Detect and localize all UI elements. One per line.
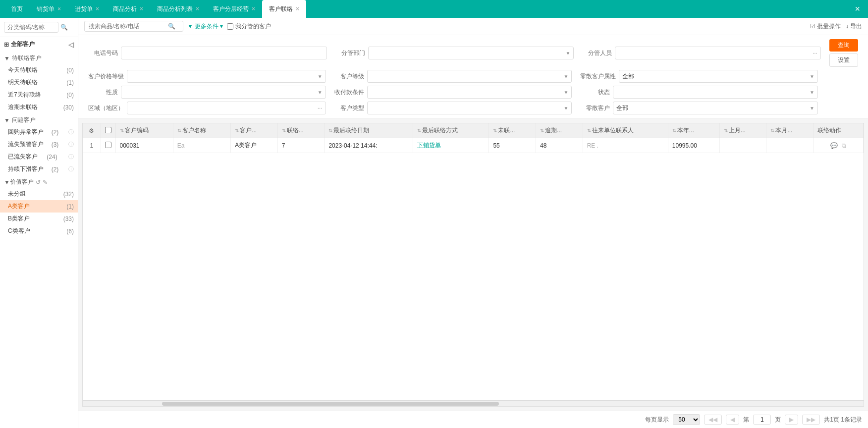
region-select[interactable]: ··· — [127, 102, 326, 114]
table-row: 1 000031 Ea A类客户 7 2023-04-12 14:44: 下销货… — [83, 138, 864, 153]
sidebar-item-today-pending[interactable]: 今天待联络(0) — [0, 64, 78, 76]
sidebar-item-7days-pending[interactable]: 近7天待联络(0) — [0, 89, 78, 101]
page-input[interactable] — [753, 415, 771, 425]
retail-attr-select[interactable]: 全部 ▼ — [619, 70, 818, 83]
close-customer-contact[interactable]: × — [296, 5, 299, 12]
row-this-year: 10995.00 — [668, 138, 719, 153]
filter-search-input[interactable] — [89, 23, 168, 30]
filter-row-4: 区域（地区） ··· 客户类型 ▼ 零散客户 全部 ▼ — [84, 102, 862, 114]
filter-cell-payment: 收付款条件 ▼ — [330, 86, 577, 99]
info-icon-churn-warning: ⓘ — [68, 141, 74, 148]
col-header-not-contacted: ⇅未联... — [489, 123, 536, 138]
filter-search-icon[interactable]: 🔍 — [168, 23, 175, 30]
filter-cell-dept: 分管部门 ▼ — [331, 47, 579, 59]
price-level-select[interactable]: ▼ — [127, 70, 326, 83]
horizontal-scrollbar[interactable] — [83, 400, 864, 406]
phone-input[interactable] — [121, 47, 327, 59]
next-page-btn[interactable]: ▶ — [785, 415, 798, 425]
sidebar-item-class-c[interactable]: C类客户(6) — [0, 225, 78, 237]
status-select[interactable]: ▼ — [613, 86, 818, 99]
sidebar-search-input[interactable] — [4, 22, 58, 33]
edit-icon[interactable]: ✎ — [43, 179, 48, 186]
nav-close-all[interactable]: × — [851, 4, 864, 14]
sidebar-item-tomorrow-pending[interactable]: 明天待联络(1) — [0, 76, 78, 89]
nav-sales-order[interactable]: 销货单 × — [30, 0, 68, 18]
sidebar-item-churned[interactable]: 已流失客户(24)ⓘ — [0, 151, 78, 163]
row-name: Ea — [173, 138, 230, 153]
filter-bar-right: ☑ 批量操作 ↓ 导出 — [810, 22, 862, 31]
last-method-link[interactable]: 下销货单 — [417, 142, 441, 149]
close-purchase-order[interactable]: × — [96, 5, 99, 12]
nav-home[interactable]: 首页 — [4, 0, 30, 18]
batch-op-btn[interactable]: ☑ 批量操作 — [810, 22, 841, 31]
row-last-method: 下销货单 — [413, 138, 489, 153]
sidebar-item-declining[interactable]: 持续下滑客户(2)ⓘ — [0, 163, 78, 175]
settings-button[interactable]: 设置 — [829, 54, 858, 67]
nav-purchase-order[interactable]: 进货单 × — [68, 0, 106, 18]
export-btn[interactable]: ↓ 导出 — [846, 22, 862, 31]
nav-product-analysis[interactable]: 商品分析 × — [106, 0, 150, 18]
action-icon-chat[interactable]: 💬 — [830, 142, 838, 149]
page-size-select[interactable]: 50 100 200 — [673, 414, 700, 425]
customer-table: ⚙ ⇅客户编码 ⇅客户名称 ⇅客户... ⇅联络... ⇅最后联络日期 ⇅最后联… — [83, 123, 864, 153]
action-icon-link[interactable]: ⧉ — [842, 142, 846, 149]
close-sales-order[interactable]: × — [57, 5, 61, 12]
row-num: 1 — [83, 138, 101, 153]
sidebar-item-overdue-pending[interactable]: 逾期未联络(30) — [0, 101, 78, 113]
content-area: 🔍 ▼ 更多条件 ▾ 我分管的客户 ☑ 批量操作 ↓ 导出 — [78, 18, 868, 428]
col-header-this-year: ⇅本年... — [668, 123, 719, 138]
customer-type-select[interactable]: ▼ — [367, 102, 572, 114]
batch-op-icon: ☑ — [810, 23, 815, 30]
refresh-icon[interactable]: ↺ — [36, 179, 41, 186]
prev-page-btn[interactable]: ◀ — [726, 415, 739, 425]
filter-cell-retail-attr: 零散客户属性 全部 ▼ — [576, 70, 822, 83]
sidebar-all-customers[interactable]: ⊞ 全部客户 ◁ — [0, 37, 78, 52]
nature-select[interactable]: ▼ — [121, 86, 326, 99]
close-customer-tier[interactable]: × — [252, 5, 255, 12]
row-checkbox[interactable] — [105, 142, 111, 148]
dept-select[interactable]: ▼ — [368, 47, 574, 59]
retail-customer-select[interactable]: 全部 ▼ — [613, 102, 818, 114]
more-filters-btn[interactable]: ▼ 更多条件 ▾ — [187, 22, 223, 31]
info-icon-repurchase: ⓘ — [68, 128, 74, 136]
table-area: ⚙ ⇅客户编码 ⇅客户名称 ⇅客户... ⇅联络... ⇅最后联络日期 ⇅最后联… — [82, 123, 864, 407]
col-header-last-method: ⇅最后联络方式 — [413, 123, 489, 138]
nav-customer-contact[interactable]: 客户联络 × — [262, 0, 306, 18]
row-this-month — [766, 138, 814, 153]
payment-select[interactable]: ▼ — [367, 86, 572, 99]
more-filters-arrow: ▾ — [220, 23, 223, 30]
info-icon-churned: ⓘ — [68, 153, 74, 160]
sidebar-group-pending[interactable]: ▼ 待联络客户 — [0, 52, 78, 64]
row-actions: 💬 ⧉ — [814, 138, 864, 153]
query-button[interactable]: 查询 — [829, 39, 858, 52]
first-page-btn[interactable]: ◀◀ — [704, 415, 722, 425]
last-page-btn[interactable]: ▶▶ — [802, 415, 820, 425]
nav-product-analysis-list[interactable]: 商品分析列表 × — [150, 0, 206, 18]
table-scroll[interactable]: ⚙ ⇅客户编码 ⇅客户名称 ⇅客户... ⇅联络... ⇅最后联络日期 ⇅最后联… — [83, 123, 864, 400]
close-product-analysis-list[interactable]: × — [196, 5, 199, 12]
sidebar-group-value[interactable]: ▼ 价值客户 ↺ ✎ — [0, 175, 78, 188]
col-header-overdue: ⇅逾期... — [536, 123, 583, 138]
row-last-date: 2023-04-12 14:44: — [325, 138, 413, 153]
sidebar-item-churn-warning[interactable]: 流失预警客户(3)ⓘ — [0, 138, 78, 151]
filter-search-box: 🔍 — [84, 21, 183, 32]
person-select[interactable]: ··· — [615, 47, 821, 59]
pagination: 每页显示 50 100 200 ◀◀ ◀ 第 页 ▶ ▶▶ 共1页 1条记录 — [78, 411, 868, 428]
sidebar-group-problem[interactable]: ▼ 问题客户 — [0, 113, 78, 126]
table-header-row: ⚙ ⇅客户编码 ⇅客户名称 ⇅客户... ⇅联络... ⇅最后联络日期 ⇅最后联… — [83, 123, 864, 138]
sidebar-search-icon[interactable]: 🔍 — [60, 24, 68, 31]
filter-icon: ▼ — [187, 23, 193, 30]
customer-level-select[interactable]: ▼ — [367, 70, 572, 83]
sidebar-item-unclassified[interactable]: 未分组(32) — [0, 188, 78, 200]
my-customers-checkbox[interactable] — [227, 23, 233, 30]
sidebar-item-class-b[interactable]: B类客户(33) — [0, 213, 78, 225]
sidebar: 🔍 ⊞ 全部客户 ◁ ▼ 待联络客户 今天待联络(0) 明天待联络(1) 近7天… — [0, 18, 78, 428]
select-all-checkbox[interactable] — [105, 127, 111, 133]
col-checkbox-header[interactable] — [101, 123, 115, 138]
sidebar-item-class-a[interactable]: A类客户(1) — [0, 200, 78, 213]
sidebar-item-repurchase-abnormal[interactable]: 回购异常客户(2)ⓘ — [0, 126, 78, 138]
collapse-sidebar-icon[interactable]: ◁ — [68, 41, 74, 49]
col-gear[interactable]: ⚙ — [83, 123, 101, 138]
close-product-analysis[interactable]: × — [140, 5, 143, 12]
nav-customer-tier[interactable]: 客户分层经营 × — [206, 0, 262, 18]
